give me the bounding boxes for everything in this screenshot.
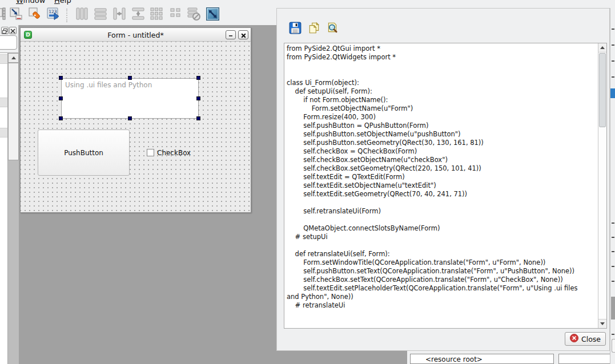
minimize-button[interactable] — [226, 30, 236, 39]
find-icon — [326, 22, 339, 37]
tree-branch-mark — [612, 29, 614, 30]
minimize-icon — [228, 30, 233, 41]
layout-splitter-vertical-button[interactable] — [131, 7, 146, 22]
float-panel-icon — [2, 25, 7, 36]
form-canvas[interactable]: Using .ui files and Python PushButton Ch… — [21, 42, 251, 212]
layout-form-icon — [169, 7, 183, 23]
layout-grid-button[interactable] — [149, 7, 164, 22]
edit-buddies-icon — [28, 7, 42, 23]
edit-buddies-button[interactable] — [27, 7, 42, 22]
selection-handle[interactable] — [59, 96, 63, 100]
layout-vertical-icon — [94, 7, 107, 23]
copy-code-button[interactable] — [307, 22, 321, 37]
checkbox-label: CheckBox — [157, 149, 191, 157]
widget-box-scrollbar[interactable] — [7, 53, 19, 364]
edit-signals-slots-icon — [9, 7, 23, 23]
layout-grid-icon — [150, 7, 163, 23]
break-layout-icon — [187, 7, 201, 23]
layout-splitter-vertical-icon — [131, 7, 145, 23]
resource-tree[interactable]: <resource root> — [410, 354, 554, 364]
view-code-dialog: from PySide2.QtGui import * from PySide2… — [276, 8, 610, 351]
close-dialog-label: Close — [581, 335, 601, 343]
layout-splitter-horizontal-button[interactable] — [112, 7, 127, 22]
widget-category-row[interactable] — [0, 98, 7, 107]
selection-handle[interactable] — [128, 116, 132, 120]
tree-branch-mark — [612, 45, 614, 46]
form-window: D Form - untitled* Using .ui files and P… — [20, 27, 251, 213]
tab-order-123-glyph: 123 — [49, 9, 57, 14]
layout-splitter-horizontal-icon — [112, 7, 126, 23]
selection-handle[interactable] — [59, 116, 63, 120]
menu-window[interactable]: Window — [16, 0, 45, 5]
qt-designer-screen: Window Help 123 — [0, 0, 615, 364]
widget-box-list — [0, 52, 19, 364]
close-panel-icon — [10, 25, 15, 36]
checkbox-widget[interactable]: CheckBox — [147, 141, 204, 164]
find-in-code-button[interactable] — [325, 22, 340, 37]
textedit-widget[interactable]: Using .ui files and Python — [61, 78, 199, 119]
panel-float-button[interactable] — [1, 27, 9, 34]
layout-form-button[interactable] — [168, 7, 183, 22]
menu-help[interactable]: Help — [54, 0, 71, 5]
adjust-size-button[interactable] — [205, 7, 220, 22]
tree-branch-mark — [612, 251, 614, 252]
close-window-icon — [241, 30, 246, 41]
resource-browser-panel: <resource root> — [407, 351, 615, 364]
layout-horizontal-button[interactable] — [74, 7, 89, 22]
code-scroll-thumb[interactable] — [599, 53, 606, 127]
selected-row-sliver[interactable] — [610, 88, 615, 98]
tree-branch-mark — [612, 76, 614, 78]
panel-close-button[interactable] — [9, 27, 17, 34]
selection-handle[interactable] — [196, 76, 200, 80]
tree-branch-mark — [612, 334, 614, 335]
code-scrollbar[interactable] — [598, 43, 606, 328]
widget-box-scroll-thumb[interactable] — [8, 63, 19, 160]
layout-horizontal-icon — [75, 7, 89, 23]
tree-branch-mark — [612, 60, 614, 62]
edit-widgets-icon — [0, 7, 7, 23]
close-red-icon — [570, 334, 578, 344]
layout-vertical-button[interactable] — [93, 7, 108, 22]
widget-category-row[interactable] — [0, 128, 7, 137]
form-window-titlebar[interactable]: D Form - untitled* — [21, 28, 251, 42]
selection-handle[interactable] — [59, 76, 63, 80]
right-dock-sliver — [610, 8, 615, 364]
code-view: from PySide2.QtGui import * from PySide2… — [284, 43, 607, 329]
tree-branch-mark — [612, 223, 614, 224]
textedit-placeholder: Using .ui files and Python — [62, 79, 198, 91]
edit-tab-order-icon: 123 — [46, 7, 61, 23]
sliver-field — [612, 339, 615, 353]
resource-root-item[interactable]: <resource root> — [425, 355, 483, 363]
sliver-scroll-thumb[interactable] — [611, 297, 615, 319]
selection-handle[interactable] — [196, 116, 200, 120]
adjust-size-icon — [206, 7, 220, 23]
toolbar-separator — [66, 9, 67, 22]
copy-icon — [308, 22, 320, 37]
break-layout-button[interactable] — [186, 7, 201, 22]
edit-tab-order-button[interactable]: 123 — [46, 7, 61, 22]
widget-category-row[interactable] — [0, 54, 7, 64]
tree-branch-mark — [612, 237, 614, 238]
scroll-down-icon[interactable] — [598, 319, 606, 328]
selection-handle[interactable] — [128, 76, 132, 80]
edit-widgets-button[interactable] — [0, 7, 7, 22]
widget-box-panel — [0, 25, 19, 364]
code-text[interactable]: from PySide2.QtGui import * from PySide2… — [284, 43, 598, 328]
scroll-up-icon[interactable] — [598, 43, 606, 52]
save-code-button[interactable] — [288, 22, 303, 37]
tree-branch-mark — [612, 281, 614, 282]
selection-handle[interactable] — [196, 96, 200, 100]
scroll-up-icon[interactable] — [8, 53, 19, 63]
pushbutton-widget[interactable]: PushButton — [38, 130, 130, 176]
widget-filter-input[interactable] — [0, 35, 17, 50]
save-icon — [289, 22, 302, 37]
resource-preview[interactable] — [558, 354, 615, 364]
tree-branch-mark — [612, 266, 614, 267]
close-dialog-button[interactable]: Close — [565, 332, 606, 346]
edit-signals-slots-button[interactable] — [9, 7, 23, 22]
checkbox-indicator[interactable] — [147, 149, 154, 156]
form-window-title: Form - untitled* — [21, 28, 251, 42]
close-window-button[interactable] — [238, 30, 248, 39]
